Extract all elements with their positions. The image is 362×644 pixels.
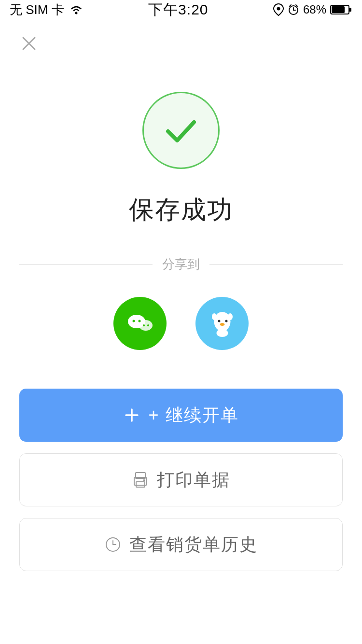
history-button[interactable]: 查看销货单历史 [19, 518, 343, 571]
svg-point-24 [212, 313, 217, 320]
share-label: 分享到 [162, 256, 200, 273]
alarm-icon [288, 4, 299, 15]
success-title: 保存成功 [129, 193, 233, 227]
svg-point-14 [132, 320, 135, 322]
svg-line-6 [296, 5, 297, 6]
print-icon [132, 471, 149, 489]
location-icon [273, 3, 284, 16]
svg-point-0 [75, 12, 77, 14]
success-icon [142, 92, 220, 169]
divider-line-right [209, 264, 343, 265]
svg-point-17 [147, 324, 149, 326]
status-left: 无 SIM 卡 [10, 1, 84, 18]
svg-point-23 [220, 323, 224, 326]
plus-icon [123, 406, 140, 424]
divider-line-left [19, 264, 153, 265]
close-button[interactable] [14, 29, 43, 58]
main-content: 保存成功 分享到 [0, 68, 362, 644]
svg-line-5 [290, 5, 291, 6]
svg-rect-32 [143, 479, 145, 481]
svg-point-25 [228, 313, 233, 320]
svg-point-16 [143, 324, 145, 326]
history-icon [104, 536, 122, 553]
status-time: 下午3:20 [148, 0, 208, 20]
print-button[interactable]: 打印单据 [19, 453, 343, 506]
print-label: 打印单据 [157, 468, 230, 492]
qq-share-button[interactable] [195, 297, 249, 350]
svg-point-18 [214, 312, 230, 331]
no-sim-text: 无 SIM 卡 [10, 1, 64, 18]
status-bar: 无 SIM 卡 下午3:20 68% [0, 0, 362, 19]
svg-point-26 [216, 329, 228, 337]
share-icons [113, 297, 249, 350]
svg-point-22 [225, 320, 227, 322]
svg-point-13 [139, 320, 153, 331]
status-right: 68% [273, 3, 352, 16]
svg-point-1 [277, 7, 280, 11]
svg-point-21 [218, 320, 220, 322]
continue-label: + 继续开单 [148, 404, 238, 427]
wechat-share-button[interactable] [113, 297, 167, 350]
svg-rect-9 [332, 6, 345, 13]
svg-rect-8 [349, 8, 351, 12]
svg-rect-31 [136, 482, 145, 487]
history-label: 查看销货单历史 [129, 533, 258, 557]
svg-point-15 [138, 320, 140, 322]
action-buttons: + 继续开单 打印单据 查看销 [19, 389, 343, 571]
continue-button[interactable]: + 继续开单 [19, 389, 343, 442]
wifi-icon [69, 4, 84, 15]
battery-icon [330, 4, 352, 15]
share-divider: 分享到 [19, 256, 343, 273]
battery-text: 68% [303, 3, 326, 16]
